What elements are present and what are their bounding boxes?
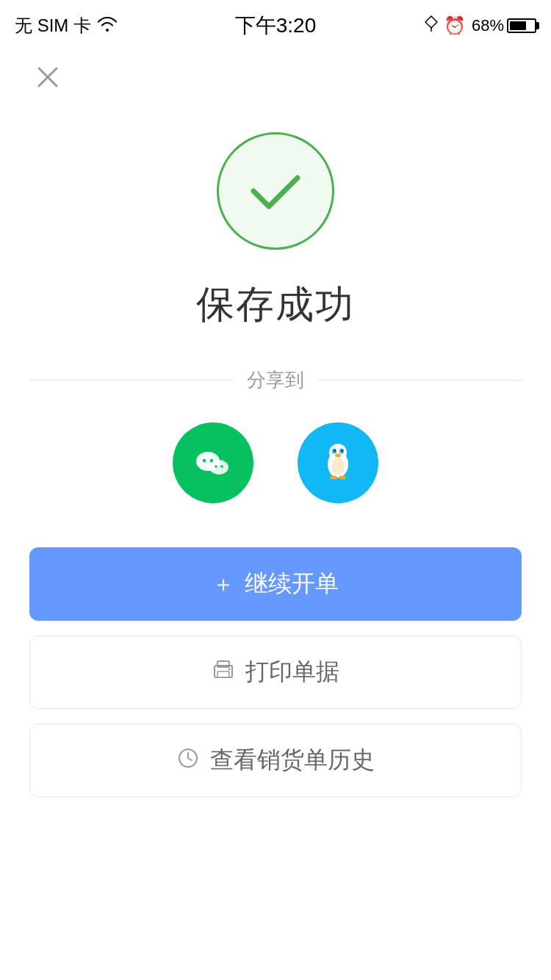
- svg-point-7: [215, 465, 217, 468]
- svg-point-6: [210, 459, 213, 462]
- success-icon: [217, 132, 334, 250]
- history-icon: [176, 746, 200, 775]
- location-icon: [425, 15, 438, 36]
- svg-point-13: [334, 450, 336, 451]
- share-icons: [173, 422, 378, 503]
- share-section: 分享到: [29, 367, 522, 503]
- print-icon: [212, 658, 235, 687]
- status-time: 下午3:20: [235, 12, 317, 40]
- status-left: 无 SIM 卡: [15, 14, 118, 37]
- no-sim-text: 无 SIM 卡: [15, 14, 91, 37]
- action-buttons: ＋ 继续开单 打印单据 查看销货单历史: [29, 547, 522, 797]
- divider-right: [319, 380, 522, 381]
- svg-point-5: [203, 459, 206, 462]
- svg-point-17: [330, 476, 337, 480]
- print-label: 打印单据: [245, 656, 339, 688]
- share-label: 分享到: [247, 367, 304, 393]
- status-right: ⏰ 68%: [425, 15, 536, 36]
- qq-share-button[interactable]: [298, 422, 378, 503]
- battery-container: 68%: [472, 16, 536, 35]
- plus-icon: ＋: [212, 569, 234, 599]
- wechat-share-button[interactable]: [173, 422, 253, 503]
- continue-button[interactable]: ＋ 继续开单: [29, 547, 522, 621]
- alarm-icon: ⏰: [444, 15, 466, 36]
- status-bar: 无 SIM 卡 下午3:20 ⏰ 68%: [0, 0, 551, 44]
- print-button[interactable]: 打印单据: [29, 635, 522, 709]
- svg-rect-21: [217, 671, 229, 677]
- battery-icon: [507, 18, 536, 33]
- svg-point-22: [228, 668, 231, 670]
- svg-point-14: [342, 450, 343, 451]
- continue-label: 继续开单: [245, 568, 339, 600]
- main-content: 保存成功 分享到: [0, 44, 551, 797]
- svg-point-8: [220, 465, 223, 468]
- svg-point-18: [339, 476, 346, 480]
- close-button-row: [29, 44, 522, 110]
- divider-left: [29, 380, 232, 381]
- success-title: 保存成功: [196, 279, 355, 331]
- battery-text: 68%: [472, 16, 504, 35]
- history-button[interactable]: 查看销货单历史: [29, 724, 522, 797]
- close-button[interactable]: [29, 59, 66, 96]
- wifi-icon: [97, 15, 118, 36]
- history-label: 查看销货单历史: [210, 744, 375, 777]
- share-divider: 分享到: [29, 367, 522, 393]
- svg-point-16: [331, 457, 345, 475]
- svg-point-15: [335, 454, 341, 458]
